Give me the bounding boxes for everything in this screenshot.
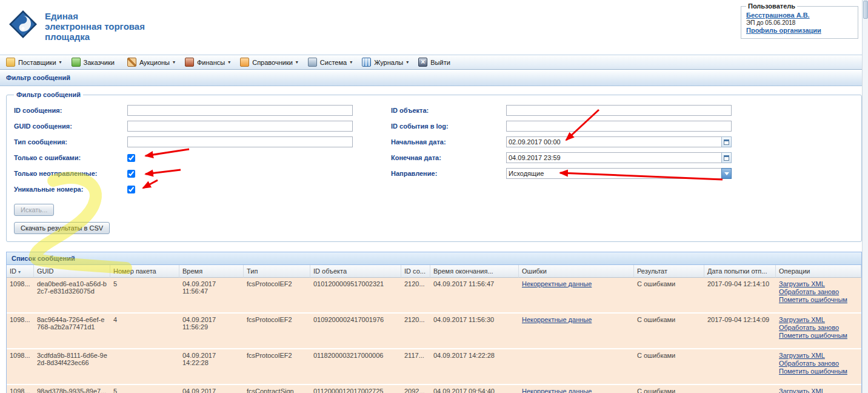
direction-combo-input[interactable] xyxy=(506,168,721,179)
search-button[interactable]: Искать... xyxy=(14,204,54,216)
scrollbar-thumb[interactable] xyxy=(863,1,868,19)
end-date-calendar-button[interactable] xyxy=(721,152,732,163)
message-type-label: Тип сообщения: xyxy=(14,138,127,146)
error-details-link[interactable]: Некорректные данные xyxy=(522,280,592,287)
menu-item-suppliers[interactable]: Поставщики ▾ xyxy=(6,58,62,67)
operation-mark-error-link[interactable]: Пометить ошибочным xyxy=(779,296,858,303)
customers-icon xyxy=(72,58,81,67)
cell-id: 1098... xyxy=(7,314,34,349)
only-unsent-checkbox[interactable] xyxy=(127,170,135,178)
start-date-input[interactable] xyxy=(506,136,721,147)
cell-guid: 3cdfda9b-8111-6d6e-9e2d-8d34f423ec66 xyxy=(34,349,110,385)
cell-guid: 8ac9644a-7264-e6ef-e768-a2b2a77471d1 xyxy=(34,314,110,349)
operation-mark-error-link[interactable]: Пометить ошибочным xyxy=(779,368,858,375)
start-date-calendar-button[interactable] xyxy=(721,136,732,147)
cell-package: 5 xyxy=(110,385,179,393)
cell-guid: dea0bed6-ea10-a56d-b2c7-e831d326075d xyxy=(34,278,110,314)
operation-reprocess-link[interactable]: Обработать заново xyxy=(779,360,858,367)
table-row[interactable]: 1098... dea0bed6-ea10-a56d-b2c7-e831d326… xyxy=(7,278,861,314)
menu-item-finance[interactable]: Финансы ▾ xyxy=(185,58,230,67)
column-header-attempt-date[interactable]: Дата попытки отп... xyxy=(704,265,776,278)
cell-operations: Загрузить XML Обработать заново Пометить… xyxy=(776,278,861,314)
cell-object-id: 0118200003217000006 xyxy=(310,349,401,385)
cell-object-id: 0109200002417001976 xyxy=(310,314,401,349)
direction-combo-trigger[interactable] xyxy=(721,168,732,179)
column-header-event-id[interactable]: ID со... xyxy=(401,265,430,278)
operation-load-xml-link[interactable]: Загрузить XML xyxy=(779,280,858,287)
menu-item-journals[interactable]: Журналы ▾ xyxy=(362,58,409,67)
menu-label: Система xyxy=(320,59,347,66)
unique-numbers-checkbox[interactable] xyxy=(127,186,135,193)
cell-event-id: 2120... xyxy=(401,314,430,349)
messages-table: ID▾ GUID Номер пакета Время Тип ID объек… xyxy=(7,265,861,393)
column-header-id[interactable]: ID▾ xyxy=(7,265,34,278)
table-row[interactable]: 1098... 98ad378b-9935-89e7...5 5 04.09.2… xyxy=(7,385,861,393)
column-header-operations[interactable]: Операции xyxy=(776,265,861,278)
message-id-label: ID сообщения: xyxy=(14,107,127,114)
download-csv-button[interactable]: Скачать результаты в CSV xyxy=(14,222,110,234)
only-unsent-label: Только неотправленные: xyxy=(14,170,127,177)
menu-label: Аукционы xyxy=(139,59,170,66)
combo-arrow-icon xyxy=(724,172,729,175)
menu-item-system[interactable]: Система ▾ xyxy=(308,58,352,67)
site-title-line3: площадка xyxy=(45,32,145,42)
cell-end-time: 04.09.2017 14:22:28 xyxy=(430,349,519,385)
menu-item-directories[interactable]: Справочники ▾ xyxy=(240,58,298,67)
column-header-object-id[interactable]: ID объекта xyxy=(310,265,401,278)
cell-object-id: 0112000012017002725 xyxy=(310,385,401,393)
calendar-icon xyxy=(724,139,729,145)
cell-type: fcsProtocolEF2 xyxy=(244,349,310,385)
message-guid-input[interactable] xyxy=(127,121,353,132)
operation-reprocess-link[interactable]: Обработать заново xyxy=(779,288,858,295)
column-header-type[interactable]: Тип xyxy=(244,265,310,278)
site-header: Единая электронная торговая площадка Пол… xyxy=(0,0,868,55)
column-header-time[interactable]: Время xyxy=(179,265,244,278)
log-event-id-input[interactable] xyxy=(506,121,732,132)
operation-mark-error-link[interactable]: Пометить ошибочным xyxy=(779,332,858,339)
menu-label: Заказчики xyxy=(84,59,115,66)
column-header-end-time[interactable]: Время окончания... xyxy=(430,265,519,278)
cell-result: С ошибками xyxy=(634,349,704,385)
cell-operations: Загрузить XML Обработать заново Пометить… xyxy=(776,314,861,349)
menu-item-exit[interactable]: Выйти xyxy=(418,58,450,67)
column-header-result[interactable]: Результат xyxy=(634,265,704,278)
only-errors-checkbox[interactable] xyxy=(127,154,135,162)
operation-load-xml-link[interactable]: Загрузить XML xyxy=(779,388,858,393)
cell-end-time: 04.09.2017 11:56:47 xyxy=(430,278,519,314)
message-id-input[interactable] xyxy=(127,105,353,116)
menu-label: Выйти xyxy=(430,59,450,66)
error-details-link[interactable]: Некорректные данные xyxy=(522,388,592,393)
table-row[interactable]: 1098... 3cdfda9b-8111-6d6e-9e2d-8d34f423… xyxy=(7,349,861,385)
chevron-down-icon: ▾ xyxy=(406,59,409,65)
column-header-package[interactable]: Номер пакета xyxy=(110,265,179,278)
cell-operations: Загрузить XML Обработать заново Пометить… xyxy=(776,349,861,385)
cell-event-id: 2120... xyxy=(401,278,430,314)
message-guid-label: GUID сообщения: xyxy=(14,123,127,130)
user-name-link[interactable]: Бесстрашнова А.В. xyxy=(746,12,853,19)
table-row[interactable]: 1098... 8ac9644a-7264-e6ef-e768-a2b2a774… xyxy=(7,314,861,349)
cell-end-time: 04.09.2017 11:56:30 xyxy=(430,314,519,349)
org-profile-link[interactable]: Профиль организации xyxy=(746,27,853,34)
sort-desc-icon: ▾ xyxy=(18,269,21,275)
cell-package xyxy=(110,349,179,385)
column-header-errors[interactable]: Ошибки xyxy=(519,265,634,278)
messages-panel: Список сообщений ID▾ GUID Номер пакета В… xyxy=(6,252,862,393)
vertical-scrollbar[interactable] xyxy=(862,0,868,393)
finance-icon xyxy=(185,58,194,67)
chevron-down-icon: ▾ xyxy=(296,59,298,65)
object-id-input[interactable] xyxy=(506,105,732,116)
cert-validity-text: ЭП до 05.06.2018 xyxy=(746,19,853,26)
menu-item-auctions[interactable]: Аукционы ▾ xyxy=(127,58,175,67)
cell-guid: 98ad378b-9935-89e7...5 xyxy=(34,385,110,393)
menu-label: Журналы xyxy=(374,59,403,66)
operation-reprocess-link[interactable]: Обработать заново xyxy=(779,324,858,331)
operation-load-xml-link[interactable]: Загрузить XML xyxy=(779,316,858,323)
error-details-link[interactable]: Некорректные данные xyxy=(522,316,592,323)
message-type-input[interactable] xyxy=(127,136,353,147)
column-header-guid[interactable]: GUID xyxy=(34,265,110,278)
unique-numbers-label: Уникальные номера: xyxy=(14,186,127,193)
menu-item-customers[interactable]: Заказчики xyxy=(72,58,118,67)
end-date-input[interactable] xyxy=(506,152,721,163)
operation-load-xml-link[interactable]: Загрузить XML xyxy=(779,352,858,359)
directories-icon xyxy=(240,58,249,67)
